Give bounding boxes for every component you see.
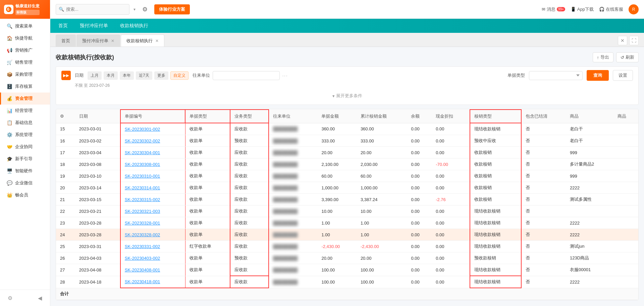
table-row[interactable]: 282023-04-18SK-20230418-001收款单应收款███████… bbox=[56, 276, 638, 288]
col-header-verify-type[interactable]: 核销类型 bbox=[470, 110, 521, 123]
sidebar-item-marketing[interactable]: 📢 营销推广 bbox=[0, 44, 50, 56]
cell-voucher-no[interactable]: SK-20230418-001 bbox=[120, 276, 185, 288]
table-row[interactable]: 182023-03-08SK-20230308-001收款单应收款███████… bbox=[56, 159, 638, 170]
sidebar-item-basic[interactable]: 📋 基础信息 bbox=[0, 117, 50, 129]
cell-voucher-no[interactable]: SK-20230310-001 bbox=[120, 170, 185, 182]
teal-nav-prepay[interactable]: 预付冲应付单 bbox=[77, 23, 111, 29]
sidebar-item-system[interactable]: ⚙️ 系统管理 bbox=[0, 129, 50, 141]
cell-voucher-no[interactable]: SK-20230308-001 bbox=[120, 159, 185, 170]
expand-more-btn[interactable]: ▾ 展开更多条件 bbox=[328, 92, 366, 100]
col-header-verified[interactable]: 累计核销金额 bbox=[357, 110, 407, 123]
cell-voucher-no[interactable]: SK-20230408-001 bbox=[120, 264, 185, 276]
col-header-voucher-no[interactable]: 单据编号 bbox=[120, 110, 185, 123]
cell-voucher-no[interactable]: SK-20230304-001 bbox=[120, 147, 185, 159]
voucher-link[interactable]: SK-20230301-002 bbox=[125, 127, 160, 132]
col-header-goods2[interactable]: 商品 bbox=[613, 110, 638, 123]
voucher-type-select[interactable] bbox=[529, 71, 583, 80]
table-row[interactable]: 222023-03-21SK-20230321-003收款单应收款███████… bbox=[56, 205, 638, 217]
table-row[interactable]: 232023-03-28SK-20230328-001收款单应收款███████… bbox=[56, 217, 638, 229]
settings-icon-btn[interactable]: ⚙ bbox=[5, 293, 15, 303]
cell-voucher-no[interactable]: SK-20230314-001 bbox=[120, 182, 185, 194]
table-row[interactable]: 162023-03-02SK-20230302-002收款单预收款███████… bbox=[56, 135, 638, 147]
cell-voucher-no[interactable]: SK-20230331-002 bbox=[120, 241, 185, 252]
table-row[interactable]: 262023-04-03SK-20230403-002收款单预收款███████… bbox=[56, 252, 638, 264]
sidebar-item-enterprise[interactable]: 🤝 企业协同 bbox=[0, 141, 50, 153]
cell-voucher-no[interactable]: SK-20230328-001 bbox=[120, 217, 185, 229]
table-row[interactable]: 152023-03-01SK-20230301-002收款单应收款███████… bbox=[56, 123, 638, 135]
table-row[interactable]: 272023-04-08SK-20230408-001收款单应收款███████… bbox=[56, 264, 638, 276]
cell-voucher-no[interactable]: SK-20230302-002 bbox=[120, 135, 185, 147]
col-header-date[interactable]: 日期 bbox=[75, 110, 120, 123]
messages-btn[interactable]: ✉ 消息 99+ bbox=[542, 6, 565, 12]
tab-prepay-close[interactable]: ✕ bbox=[111, 39, 114, 43]
sidebar-item-quicknav[interactable]: 🏠 快捷导航 bbox=[0, 32, 50, 44]
sidebar-item-member[interactable]: 👑 畅会员 bbox=[0, 189, 50, 201]
cell-voucher-no[interactable]: SK-20230301-002 bbox=[120, 123, 185, 135]
solution-button[interactable]: 体验行业方案 bbox=[154, 4, 190, 14]
tab-prepay[interactable]: 预付冲应付单 ✕ bbox=[76, 35, 120, 47]
col-header-include-settled[interactable]: 包含已结清 bbox=[521, 110, 566, 123]
voucher-link[interactable]: SK-20230328-002 bbox=[125, 232, 160, 237]
sidebar-item-sales[interactable]: 🛒 销售管理 bbox=[0, 56, 50, 68]
col-header-voucher-type[interactable]: 单据类型 bbox=[185, 110, 230, 123]
voucher-link[interactable]: SK-20230331-002 bbox=[125, 244, 160, 249]
col-header-partner[interactable]: 往来单位 bbox=[269, 110, 318, 123]
collapse-sidebar-btn[interactable]: ◀ bbox=[35, 293, 45, 303]
sidebar-item-guide[interactable]: 🎓 新手引导 bbox=[0, 153, 50, 165]
partner-input[interactable] bbox=[213, 71, 280, 80]
voucher-link[interactable]: SK-20230315-002 bbox=[125, 197, 160, 202]
sidebar-item-purchase[interactable]: 📦 采购管理 bbox=[0, 68, 50, 80]
voucher-link[interactable]: SK-20230321-003 bbox=[125, 209, 160, 214]
table-row[interactable]: 242023-03-28SK-20230328-002收款单应收款███████… bbox=[56, 229, 638, 241]
this-month-btn[interactable]: 本月 bbox=[104, 71, 118, 80]
last-7days-btn[interactable]: 近7天 bbox=[136, 71, 152, 80]
settings-icon[interactable]: ⚙ bbox=[140, 4, 150, 15]
teal-nav-home[interactable]: 首页 bbox=[56, 23, 70, 29]
this-year-btn[interactable]: 本年 bbox=[120, 71, 134, 80]
export-button[interactable]: ↑ 导出 bbox=[593, 52, 614, 62]
tab-collection-close[interactable]: ✕ bbox=[155, 39, 159, 43]
more-date-btn[interactable]: 更多 bbox=[154, 71, 168, 80]
online-service-btn[interactable]: 🎧 在线客服 bbox=[599, 6, 623, 12]
voucher-link[interactable]: SK-20230314-001 bbox=[125, 185, 160, 190]
sidebar-item-hardware[interactable]: 🖥️ 智能硬件 bbox=[0, 165, 50, 177]
tab-home[interactable]: 首页 bbox=[56, 35, 76, 47]
voucher-link[interactable]: SK-20230304-001 bbox=[125, 150, 160, 155]
refresh-button[interactable]: ↺ 刷新 bbox=[616, 52, 639, 62]
table-row[interactable]: 212023-03-15SK-20230315-002收款单应收款███████… bbox=[56, 194, 638, 205]
search-input[interactable] bbox=[66, 7, 126, 12]
voucher-link[interactable]: SK-20230403-002 bbox=[125, 256, 160, 261]
voucher-link[interactable]: SK-20230418-001 bbox=[125, 279, 160, 284]
close-window-btn[interactable]: ✕ bbox=[618, 36, 627, 45]
table-row[interactable]: 252023-03-31SK-20230331-002红字收款单应收款█████… bbox=[56, 241, 638, 252]
column-settings-button[interactable]: 设置 bbox=[613, 70, 633, 81]
voucher-link[interactable]: SK-20230310-001 bbox=[125, 174, 160, 179]
app-download-btn[interactable]: 📱 App下载 bbox=[571, 6, 594, 12]
cell-voucher-no[interactable]: SK-20230321-003 bbox=[120, 205, 185, 217]
table-row[interactable]: 202023-03-14SK-20230314-001收款单应收款███████… bbox=[56, 182, 638, 194]
search-chevron-icon[interactable]: ▾ bbox=[133, 7, 136, 12]
col-header-goods[interactable]: 商品 bbox=[566, 110, 613, 123]
last-month-btn[interactable]: 上月 bbox=[88, 71, 102, 80]
col-header-biz-type[interactable]: 业务类型 bbox=[230, 110, 269, 123]
table-row[interactable]: 192023-03-10SK-20230310-001收款单应收款███████… bbox=[56, 170, 638, 182]
tab-collection[interactable]: 收款核销执行 ✕ bbox=[121, 35, 164, 47]
sidebar-item-inventory[interactable]: 🗄️ 库存核算 bbox=[0, 80, 50, 93]
filter-toggle-btn[interactable]: ▶▶ bbox=[61, 71, 71, 80]
cell-voucher-no[interactable]: SK-20230315-002 bbox=[120, 194, 185, 205]
col-header-cash-discount[interactable]: 现金折扣 bbox=[432, 110, 470, 123]
sidebar-item-search[interactable]: 🔍 搜索菜单 bbox=[0, 20, 50, 32]
sidebar-item-wechat[interactable]: 💬 企业微信 bbox=[0, 177, 50, 189]
custom-date-btn[interactable]: 自定义 bbox=[170, 71, 189, 80]
voucher-link[interactable]: SK-20230328-001 bbox=[125, 221, 160, 226]
table-row[interactable]: 172023-03-04SK-20230304-001收款单应收款███████… bbox=[56, 147, 638, 159]
col-header-amount[interactable]: 单据金额 bbox=[317, 110, 356, 123]
cell-voucher-no[interactable]: SK-20230403-002 bbox=[120, 252, 185, 264]
voucher-link[interactable]: SK-20230408-001 bbox=[125, 267, 160, 272]
sidebar-item-finance[interactable]: 💰 资金管理 bbox=[0, 93, 50, 105]
teal-nav-collection[interactable]: 收款核销执行 bbox=[117, 23, 151, 29]
settings-cols-icon[interactable]: ⚙ bbox=[60, 114, 64, 119]
global-search[interactable]: 🔍 bbox=[56, 4, 129, 15]
sidebar-item-operations[interactable]: 📊 经营管理 bbox=[0, 105, 50, 117]
cell-voucher-no[interactable]: SK-20230328-002 bbox=[120, 229, 185, 241]
